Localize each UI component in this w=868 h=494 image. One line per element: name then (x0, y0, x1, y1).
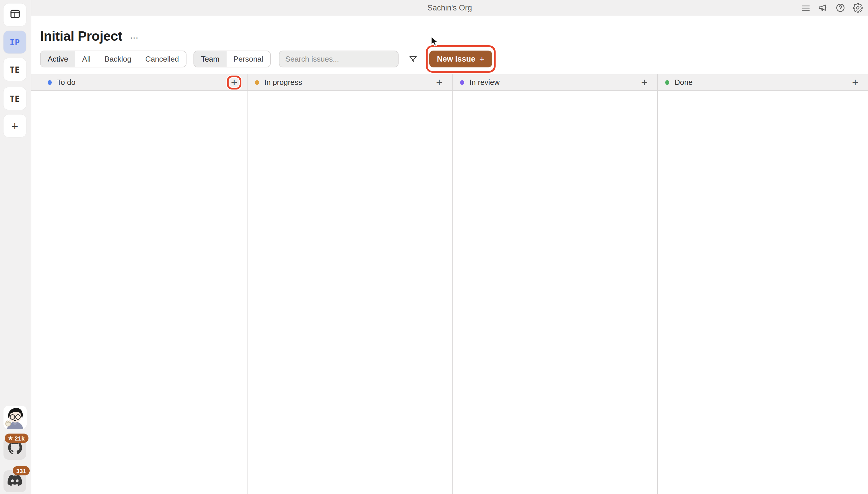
tab-active[interactable]: Active (41, 51, 75, 67)
app-window: IP TE TE + (0, 0, 868, 494)
discord-members-badge: 331 (13, 466, 30, 475)
column-header: To do + (32, 74, 247, 91)
column-header: In progress + (248, 74, 452, 91)
kanban-board: To do + In progress + (32, 74, 868, 494)
top-bar: Sachin's Org (32, 0, 868, 16)
status-filter-tabs: Active All Backlog Cancelled (40, 51, 186, 68)
tab-cancelled[interactable]: Cancelled (138, 51, 186, 67)
add-issue-in-progress-button[interactable]: + (435, 77, 444, 88)
avatar-illustration (3, 406, 27, 429)
workspace-initials: TE (9, 94, 20, 103)
column-in-progress: In progress + (248, 74, 453, 494)
workspace-item-te-1[interactable]: TE (3, 58, 26, 81)
help-icon[interactable] (835, 3, 845, 13)
column-in-review: In review + (453, 74, 658, 494)
plus-icon: + (641, 76, 648, 88)
tab-team[interactable]: Team (194, 51, 226, 67)
column-title: Done (674, 78, 693, 87)
workspace-item-ip[interactable]: IP (3, 31, 26, 54)
megaphone-icon[interactable] (818, 3, 828, 13)
workspace-initials: TE (9, 65, 20, 74)
workspace-sidebar: IP TE TE + (0, 0, 32, 494)
column-body-done (658, 91, 868, 494)
status-dot-in-review (460, 80, 464, 84)
plus-icon: + (852, 76, 859, 88)
org-title: Sachin's Org (427, 3, 472, 12)
column-body-in-review (453, 91, 657, 494)
column-body-todo (32, 91, 247, 494)
page-header: Initial Project ⋯ Active All Backlog Can… (32, 16, 868, 74)
status-dot-todo (48, 80, 52, 84)
plus-icon: + (479, 54, 485, 64)
column-title: In review (470, 78, 500, 87)
filter-funnel-icon[interactable] (407, 53, 419, 65)
star-icon: ★ (8, 435, 13, 441)
status-dot-done (665, 80, 669, 84)
github-stars-badge: ★ 21k (5, 434, 28, 443)
discord-count: 331 (16, 468, 26, 474)
menu-icon[interactable] (801, 3, 810, 13)
new-issue-wrapper: New Issue + (429, 51, 492, 68)
main-area: Sachin's Org (32, 0, 868, 494)
more-options-icon[interactable]: ⋯ (130, 31, 139, 41)
search-input[interactable] (279, 51, 398, 68)
dashboard-button[interactable] (3, 3, 26, 26)
settings-gear-icon[interactable] (853, 3, 863, 13)
add-issue-done-button[interactable]: + (851, 77, 860, 88)
tab-backlog[interactable]: Backlog (98, 51, 139, 67)
plus-icon: + (231, 76, 237, 88)
status-dot-in-progress (255, 80, 259, 84)
workspace-item-te-2[interactable]: TE (3, 87, 26, 110)
scope-filter-tabs: Team Personal (194, 51, 271, 68)
add-issue-in-review-button[interactable]: + (640, 77, 649, 88)
top-bar-actions (801, 0, 863, 16)
github-icon (8, 440, 22, 457)
column-title: In progress (264, 78, 302, 87)
user-avatar[interactable] (3, 406, 27, 429)
new-issue-button[interactable]: New Issue + (429, 51, 492, 68)
new-issue-label: New Issue (437, 55, 475, 63)
github-stars-count: 21k (15, 435, 25, 441)
column-header: Done + (658, 74, 868, 91)
tab-personal[interactable]: Personal (226, 51, 270, 67)
column-title: To do (57, 78, 76, 87)
add-issue-todo-button[interactable]: + (230, 77, 239, 88)
plus-icon: + (11, 120, 18, 132)
column-body-in-progress (248, 91, 452, 494)
layout-window-icon (9, 8, 21, 22)
column-done: Done + (658, 74, 868, 494)
add-workspace-button[interactable]: + (3, 114, 26, 137)
column-header: In review + (453, 74, 657, 91)
plus-icon: + (436, 76, 442, 88)
filter-toolbar: Active All Backlog Cancelled Team Person… (40, 50, 868, 68)
workspace-initials: IP (9, 37, 20, 47)
page-title: Initial Project (40, 28, 122, 44)
tab-all[interactable]: All (75, 51, 98, 67)
column-todo: To do + (32, 74, 248, 494)
